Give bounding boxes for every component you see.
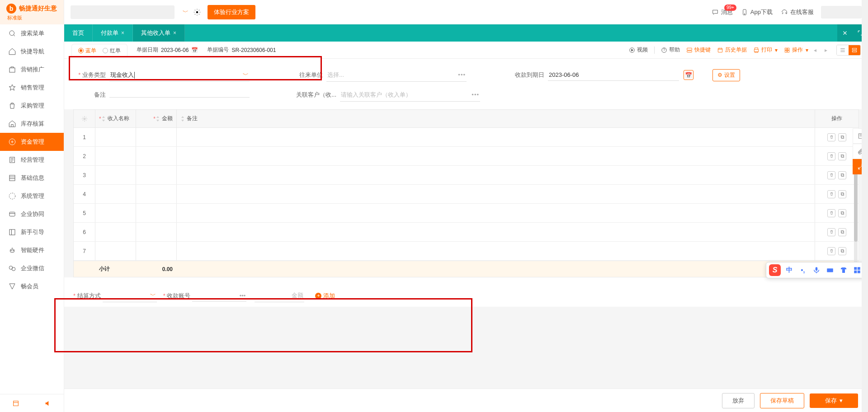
row-delete-button[interactable] xyxy=(827,247,835,255)
sidebar-item-2[interactable]: 营销推广 xyxy=(0,61,64,79)
table-row[interactable]: 2 xyxy=(74,147,859,166)
chevron-down-icon[interactable]: ﹀ xyxy=(183,8,189,16)
cell-income-name[interactable] xyxy=(95,223,136,241)
ime-mic-icon[interactable] xyxy=(811,265,821,275)
cell-income-name[interactable] xyxy=(95,147,136,165)
sidebar-item-6[interactable]: 资金管理 xyxy=(0,133,64,151)
due-date-input[interactable]: 2023-06-06 xyxy=(548,69,679,81)
try-industry-button[interactable]: 体验行业方案 xyxy=(208,5,255,19)
remark-input[interactable] xyxy=(109,93,250,98)
row-delete-button[interactable] xyxy=(827,190,835,198)
sidebar-item-12[interactable]: 智能硬件 xyxy=(0,241,64,259)
ime-lang[interactable]: 中 xyxy=(784,265,794,275)
sidebar-item-13[interactable]: 企业微信 xyxy=(0,259,64,277)
row-copy-button[interactable] xyxy=(838,190,846,198)
col-income-name[interactable]: 收入名称 xyxy=(95,110,136,127)
settings-button[interactable]: ⚙设置 xyxy=(712,69,740,81)
row-delete-button[interactable] xyxy=(827,133,835,141)
add-settlement-button[interactable]: +添加 xyxy=(315,292,335,300)
cell-income-name[interactable] xyxy=(95,185,136,203)
row-delete-button[interactable] xyxy=(827,171,835,179)
cell-amount[interactable] xyxy=(136,204,177,222)
cell-amount[interactable] xyxy=(136,166,177,184)
cell-amount[interactable] xyxy=(136,223,177,241)
close-icon[interactable]: × xyxy=(173,30,176,36)
sidebar-item-7[interactable]: 经营管理 xyxy=(0,151,64,169)
messages-button[interactable]: 消息 99+ xyxy=(712,8,733,16)
sidebar-item-9[interactable]: 系统管理 xyxy=(0,187,64,205)
sidebar-item-10[interactable]: 企业协同 xyxy=(0,205,64,223)
close-icon[interactable]: × xyxy=(121,30,124,36)
doc-prev-button[interactable]: ◂ xyxy=(811,47,819,53)
ime-punct-icon[interactable]: •, xyxy=(798,265,808,275)
user-avatar[interactable] xyxy=(821,6,862,19)
save-draft-button[interactable]: 保存草稿 xyxy=(760,393,804,408)
save-button[interactable]: 保存▾ xyxy=(810,393,858,408)
col-amount[interactable]: 金额 xyxy=(136,110,177,127)
app-download-button[interactable]: App下载 xyxy=(741,8,773,16)
cell-amount[interactable] xyxy=(136,128,177,146)
radio-red[interactable]: 红单 xyxy=(103,47,121,55)
tab-0[interactable]: 首页 xyxy=(64,24,93,42)
rel-customer-input[interactable]: 请输入关联客户（收入单） ••• xyxy=(340,89,480,102)
doc-date-value[interactable]: 2023-06-06 xyxy=(161,47,189,53)
tool-shortcut[interactable]: 快捷键 xyxy=(686,46,711,54)
sidebar-sound-button[interactable] xyxy=(32,394,64,412)
col-remark[interactable]: 备注 xyxy=(177,110,815,127)
ime-toolbar[interactable]: S 中 •, xyxy=(766,262,865,278)
tool-video[interactable]: 视频 xyxy=(629,46,648,54)
row-delete-button[interactable] xyxy=(827,209,835,217)
biz-type-select[interactable]: 现金收入 ﹀ xyxy=(109,69,250,82)
cell-remark[interactable] xyxy=(177,204,815,222)
settlement-method-select[interactable]: ﹀ xyxy=(103,289,157,302)
tab-2[interactable]: 其他收入单× xyxy=(133,24,185,42)
table-row[interactable]: 5 xyxy=(74,204,859,223)
cell-income-name[interactable] xyxy=(95,128,136,146)
row-copy-button[interactable] xyxy=(838,228,846,236)
sidebar-item-3[interactable]: 销售管理 xyxy=(0,79,64,97)
row-copy-button[interactable] xyxy=(838,133,846,141)
view-list-button[interactable] xyxy=(837,45,849,55)
settlement-amount-input[interactable]: 金额 xyxy=(255,289,304,302)
counterparty-select[interactable]: 选择... ••• xyxy=(326,69,467,82)
table-settings-button[interactable] xyxy=(74,110,95,127)
sidebar-item-8[interactable]: 基础信息 xyxy=(0,169,64,187)
tab-1[interactable]: 付款单× xyxy=(93,24,133,42)
tenant-selector[interactable] xyxy=(71,5,175,19)
calendar-icon[interactable]: 📅 xyxy=(191,47,198,53)
row-copy-button[interactable] xyxy=(838,247,846,255)
cell-remark[interactable] xyxy=(177,147,815,165)
row-delete-button[interactable] xyxy=(827,152,835,160)
cell-remark[interactable] xyxy=(177,128,815,146)
tool-print[interactable]: 打印▾ xyxy=(753,46,778,54)
doc-next-button[interactable]: ▸ xyxy=(822,47,830,53)
cell-income-name[interactable] xyxy=(95,242,136,260)
cell-remark[interactable] xyxy=(177,242,815,260)
cell-remark[interactable] xyxy=(177,223,815,241)
tool-help[interactable]: 帮助 xyxy=(661,46,680,54)
discard-button[interactable]: 放弃 xyxy=(722,393,755,408)
sidebar-item-4[interactable]: 采购管理 xyxy=(0,97,64,115)
radio-blue[interactable]: 蓝单 xyxy=(78,47,96,55)
cell-amount[interactable] xyxy=(136,147,177,165)
table-row[interactable]: 3 xyxy=(74,166,859,185)
sidebar-collapse-button[interactable] xyxy=(0,394,32,412)
cell-remark[interactable] xyxy=(177,185,815,203)
cell-remark[interactable] xyxy=(177,166,815,184)
view-detail-button[interactable] xyxy=(849,45,860,55)
table-row[interactable]: 7 xyxy=(74,242,859,261)
cell-amount[interactable] xyxy=(136,242,177,260)
sidebar-item-0[interactable]: 搜索菜单 xyxy=(0,24,64,42)
sidebar-item-11[interactable]: 新手引导 xyxy=(0,223,64,241)
table-row[interactable]: 1 xyxy=(74,128,859,147)
tool-operate[interactable]: 操作▾ xyxy=(784,46,808,54)
cell-income-name[interactable] xyxy=(95,166,136,184)
ime-toolbox-icon[interactable] xyxy=(852,265,862,275)
sidebar-item-1[interactable]: 快捷导航 xyxy=(0,42,64,61)
gear-icon[interactable] xyxy=(193,8,201,16)
sidebar-item-14[interactable]: 畅会员 xyxy=(0,277,64,295)
online-service-button[interactable]: 在线客服 xyxy=(781,8,814,16)
row-delete-button[interactable] xyxy=(827,228,835,236)
calendar-icon[interactable]: 📅 xyxy=(684,70,693,80)
row-copy-button[interactable] xyxy=(838,152,846,160)
